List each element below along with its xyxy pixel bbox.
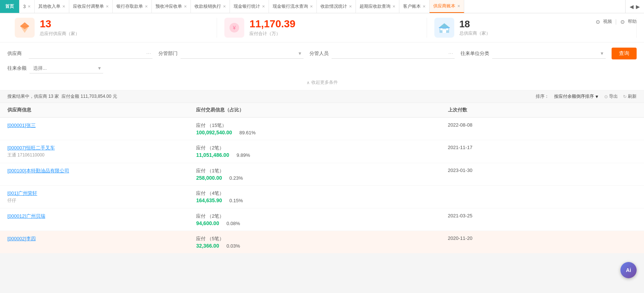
supplier-link[interactable]: [000007]恒旺二手叉车 xyxy=(7,145,55,151)
result-prefix: 搜索结果中，供应商 xyxy=(7,94,47,99)
balance-chevron-icon[interactable]: ▼ xyxy=(97,66,102,71)
balance-input[interactable] xyxy=(31,64,97,72)
help-link[interactable]: 帮助 xyxy=(628,18,637,25)
nav-tab-supplier-book[interactable]: 供应商账本 ✕ xyxy=(430,0,464,13)
transaction-info: 应付 （4笔） 164,635.90 0.15% xyxy=(196,190,448,203)
tx-percent: 0.03% xyxy=(227,243,240,249)
tab-ar-ap-label: 应收应付调整单 xyxy=(73,3,104,10)
nav-tab-ar-ap-adjust[interactable]: 应收应付调整单 ✕ xyxy=(69,0,113,13)
header-lastpay: 上次付数 xyxy=(448,107,637,113)
tx-amount: 258,000.00 xyxy=(196,175,222,181)
nav-tab-payment-exec[interactable]: 收款核销执行 ✕ xyxy=(191,0,230,13)
sort-select[interactable]: 按应付余额倒序排序 ▼ xyxy=(554,93,599,100)
nav-tab-cash-flow[interactable]: 现金银行流水查询 ✕ xyxy=(269,0,317,13)
supplier-link[interactable]: [000012]广州贝瑞 xyxy=(7,213,45,219)
supplier-link[interactable]: [000100]本特勤油品有限公司 xyxy=(7,168,69,173)
table-row: [001]广州荣轩 仔仔 应付 （4笔） 164,635.90 0.15% xyxy=(0,186,644,208)
home-label: 首页 xyxy=(5,3,14,10)
summary-bar: 13 总应付供应商（家） ¥ 11,170.39 应付合计（万） xyxy=(0,13,644,42)
nav-tab-home[interactable]: 首页 xyxy=(0,0,20,13)
nav-tab-3[interactable]: 3 ✕ xyxy=(20,0,35,13)
dept-input[interactable] xyxy=(182,49,298,58)
close-icon[interactable]: ✕ xyxy=(392,4,395,8)
supplier-link[interactable]: [000001]张三 xyxy=(7,123,36,128)
supplier-filter-label: 供应商 xyxy=(7,50,26,57)
dept-filter-label: 分管部门 xyxy=(158,50,178,57)
supplier-info: [000002]李四 xyxy=(7,235,196,242)
tx-percent: 0.23% xyxy=(229,175,243,181)
tx-amount: 94,600.00 xyxy=(196,220,219,226)
nav-tab-other-income[interactable]: 其他收入单 ✕ xyxy=(35,0,69,13)
transaction-info: 应付 （2笔） 11,051,486.00 9.89% xyxy=(196,145,448,158)
supplier-input[interactable] xyxy=(30,49,146,58)
tab-bank-label: 银行存取款单 xyxy=(116,3,143,10)
close-icon[interactable]: ✕ xyxy=(262,4,265,8)
balance-input-wrap: ▼ xyxy=(29,63,103,73)
transaction-info: 应付 （2笔） 94,600.00 0.08% xyxy=(196,213,448,226)
nav-tab-payment-stat[interactable]: 收款情况统计 ✕ xyxy=(317,0,356,13)
lastpay: 2021-03-25 xyxy=(448,213,637,218)
supplier-link[interactable]: [000002]李四 xyxy=(7,236,36,241)
close-icon[interactable]: ✕ xyxy=(184,4,187,8)
close-icon[interactable]: ✕ xyxy=(28,4,31,8)
filter-dept: 分管部门 ▼ xyxy=(158,48,304,59)
transaction-info: 应付 （15笔） 100,092,540.00 89.61% xyxy=(196,122,448,135)
supplier-dots-icon[interactable]: ··· xyxy=(146,50,151,57)
unitclass-filter-label: 往来单位分类 xyxy=(461,50,489,57)
nav-tab-customer-book[interactable]: 客户账本 ✕ xyxy=(399,0,430,13)
next-arrow-icon[interactable]: ▶ xyxy=(635,4,641,10)
dept-chevron-icon[interactable]: ▼ xyxy=(298,51,302,56)
circle-icon: ⊙ xyxy=(596,19,600,25)
summary-payable-suppliers: 13 总应付供应商（家） xyxy=(7,18,217,38)
tx-label: 应付 （15笔） xyxy=(196,122,448,129)
tab-overdue-label: 超期应收款查询 xyxy=(360,3,391,10)
sort-value: 按应付余额倒序排序 xyxy=(554,93,594,100)
supplier-sub: 王通 17106110000 xyxy=(7,152,196,158)
table-row: [000012]广州贝瑞 应付 （2笔） 94,600.00 0.08% 202… xyxy=(0,208,644,231)
result-amount: 111,703,854.00 xyxy=(81,94,111,99)
person-input[interactable] xyxy=(333,49,448,58)
nav-tab-cash-stat[interactable]: 现金银行统计 ✕ xyxy=(230,0,269,13)
svg-rect-9 xyxy=(442,29,446,33)
summary-amount-content: 11,170.39 应付合计（万） xyxy=(249,18,295,37)
top-nav: 首页 3 ✕ 其他收入单 ✕ 应收应付调整单 ✕ 银行存取款单 ✕ 预收冲应收单… xyxy=(0,0,644,13)
tx-percent: 0.15% xyxy=(229,198,243,203)
close-icon[interactable]: ✕ xyxy=(145,4,148,8)
query-button[interactable]: 查询 xyxy=(612,48,637,59)
prev-arrow-icon[interactable]: ◀ xyxy=(629,4,635,10)
tab-cashflow-label: 现金银行流水查询 xyxy=(273,3,308,10)
nav-tab-prepay-offset[interactable]: 预收冲应收单 ✕ xyxy=(152,0,191,13)
filter-person: 分管人员 ··· xyxy=(309,48,455,59)
tab-custbook-label: 客户账本 xyxy=(403,3,421,10)
close-icon[interactable]: ✕ xyxy=(423,4,426,8)
close-icon[interactable]: ✕ xyxy=(349,4,352,8)
close-icon[interactable]: ✕ xyxy=(223,4,226,8)
summary-payable-amount: ¥ 11,170.39 应付合计（万） xyxy=(217,18,427,38)
video-link[interactable]: 视频 xyxy=(603,18,612,25)
unitclass-input[interactable] xyxy=(494,49,600,58)
supplier-link[interactable]: [001]广州荣轩 xyxy=(7,190,37,196)
lastpay: 2022-08-08 xyxy=(448,122,637,128)
circle-icon2: ⊙ xyxy=(620,19,625,25)
collapse-button[interactable]: ∧ 收起更多条件 xyxy=(307,79,338,86)
lastpay-date: 2021-03-25 xyxy=(448,213,473,218)
close-icon[interactable]: ✕ xyxy=(310,4,313,8)
sort-label: 排序： xyxy=(536,93,549,100)
nav-tab-overdue[interactable]: 超期应收款查询 ✕ xyxy=(356,0,399,13)
filter-supplier: 供应商 ··· xyxy=(7,48,153,59)
supplier-sub: 仔仔 xyxy=(7,197,196,204)
diamond-icon xyxy=(15,18,35,38)
refresh-button[interactable]: ↻ 刷新 xyxy=(623,93,637,100)
person-dots-icon[interactable]: ··· xyxy=(448,50,453,57)
unitclass-chevron-icon[interactable]: ▼ xyxy=(600,51,604,56)
filter-balance: 往来余额 ▼ xyxy=(7,63,103,73)
result-amount-unit: 元 xyxy=(113,94,117,99)
close-icon[interactable]: ✕ xyxy=(106,4,109,8)
money-icon: ¥ xyxy=(224,18,244,38)
supplier-info: [000100]本特勤油品有限公司 xyxy=(7,168,196,174)
summary-total-content: 18 总供应商（家） xyxy=(459,19,490,37)
close-icon[interactable]: ✕ xyxy=(457,4,460,8)
nav-tab-bank-deposit[interactable]: 银行存取款单 ✕ xyxy=(113,0,152,13)
close-icon[interactable]: ✕ xyxy=(62,4,65,8)
export-button[interactable]: ⊙ 导出 xyxy=(604,93,618,100)
